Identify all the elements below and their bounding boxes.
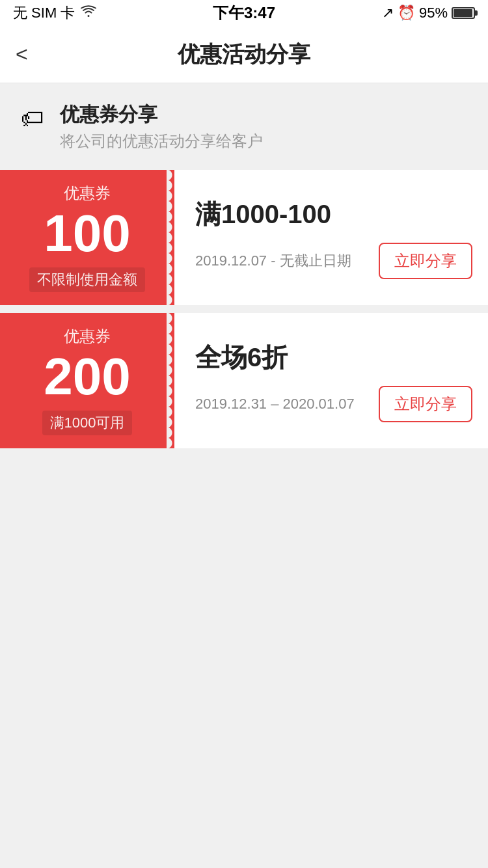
battery-icon [452, 7, 475, 19]
status-bar: 无 SIM 卡 下午3:47 ↗ ⏰ 95% [0, 0, 488, 26]
coupon-footer: 2019.12.31 – 2020.01.07 立即分享 [195, 386, 472, 422]
coupon-date: 2019.12.31 – 2020.01.07 [195, 396, 371, 413]
coupon-amount: 100 [44, 208, 130, 260]
coupons-list: 优惠券 100 不限制使用金额 满1000-100 2019.12.07 - 无… [0, 170, 488, 469]
location-icon: ↗ [382, 5, 394, 21]
battery-percent: 95% [419, 5, 448, 21]
back-button[interactable]: < [16, 42, 28, 66]
section-info: 优惠券分享 将公司的优惠活动分享给客户 [60, 102, 472, 152]
coupon-left: 优惠券 200 满1000可用 [0, 313, 174, 448]
coupon-date: 2019.12.07 - 无截止日期 [195, 251, 371, 271]
coupon-right: 满1000-100 2019.12.07 - 无截止日期 立即分享 [180, 170, 488, 305]
nav-bar: < 优惠活动分享 [0, 26, 488, 83]
coupon-amount: 200 [44, 351, 130, 403]
section-title: 优惠券分享 [60, 102, 472, 128]
coupon-type-label: 优惠券 [64, 326, 111, 347]
coupon-right: 全场6折 2019.12.31 – 2020.01.07 立即分享 [180, 313, 488, 448]
coupon-card: 优惠券 200 满1000可用 全场6折 2019.12.31 – 2020.0… [0, 313, 488, 448]
coupon-title: 全场6折 [195, 340, 472, 375]
wifi-icon [80, 5, 97, 21]
coupon-title: 满1000-100 [195, 197, 472, 232]
section-subtitle: 将公司的优惠活动分享给客户 [60, 131, 472, 152]
carrier-text: 无 SIM 卡 [13, 3, 75, 23]
status-time: 下午3:47 [213, 3, 275, 23]
alarm-icon: ⏰ [398, 5, 415, 21]
share-button[interactable]: 立即分享 [379, 386, 472, 422]
status-left: 无 SIM 卡 [13, 3, 97, 23]
share-button[interactable]: 立即分享 [379, 243, 472, 279]
page-title: 优惠活动分享 [178, 40, 310, 70]
coupon-card: 优惠券 100 不限制使用金额 满1000-100 2019.12.07 - 无… [0, 170, 488, 305]
coupon-condition: 满1000可用 [42, 411, 133, 435]
section-header: 🏷 优惠券分享 将公司的优惠活动分享给客户 [0, 83, 488, 162]
empty-area [0, 469, 488, 860]
coupon-condition: 不限制使用金额 [29, 267, 145, 292]
coupon-left: 优惠券 100 不限制使用金额 [0, 170, 174, 305]
coupon-footer: 2019.12.07 - 无截止日期 立即分享 [195, 243, 472, 279]
coupon-share-icon: 🏷 [16, 102, 49, 135]
status-right: ↗ ⏰ 95% [382, 5, 475, 21]
coupon-type-label: 优惠券 [64, 183, 111, 204]
